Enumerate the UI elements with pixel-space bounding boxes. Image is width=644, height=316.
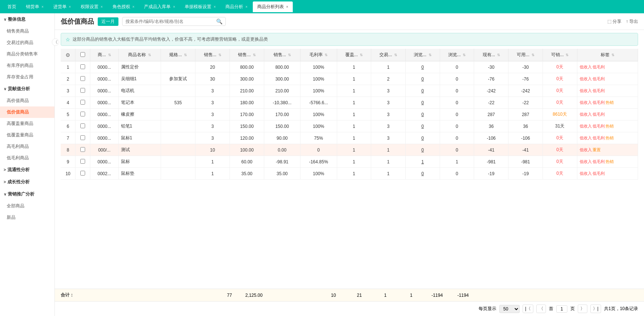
row-checkbox[interactable] — [80, 135, 85, 140]
sidebar-item-new-products[interactable]: 新品 — [0, 212, 54, 223]
sidebar-collapse-button[interactable]: 《 — [52, 38, 59, 46]
col-trade[interactable]: 交易... ⇅ — [371, 49, 406, 61]
view1-link[interactable]: 1 — [421, 159, 424, 164]
row-checkbox[interactable] — [80, 88, 85, 93]
cell-checkbox[interactable] — [76, 109, 90, 120]
col-view1[interactable]: 浏览... ⇅ — [405, 49, 440, 61]
row-checkbox[interactable] — [80, 147, 85, 152]
search-icon[interactable]: 🔍 — [216, 18, 222, 24]
prev-page-button[interactable]: 〈 — [536, 305, 546, 313]
sidebar-section-contribution[interactable]: ∨ 贡献值分析 — [0, 83, 54, 95]
nav-template-settings[interactable]: 单据模板设置 × — [180, 1, 220, 12]
nav-permissions[interactable]: 权限设置 × — [76, 1, 107, 12]
sidebar-item-traded-products[interactable]: 交易过的商品 — [0, 37, 54, 48]
row-checkbox[interactable] — [80, 76, 85, 81]
sidebar-section-growth[interactable]: > 成长性分析 — [0, 176, 54, 188]
col-tags[interactable]: 标签 ⇅ — [577, 49, 638, 61]
close-icon[interactable]: × — [286, 5, 288, 9]
cell-checkbox[interactable] — [76, 156, 90, 168]
nav-purchase-order[interactable]: 进货单 × — [49, 1, 76, 12]
search-input[interactable] — [125, 19, 216, 24]
close-icon[interactable]: × — [41, 5, 44, 9]
col-sale-amount[interactable]: 销售... ⇅ — [230, 49, 264, 61]
sidebar-item-high-value[interactable]: 高价值商品 — [0, 95, 54, 106]
view1-link[interactable]: 0 — [421, 112, 424, 117]
export-button[interactable]: ↑ 导出 — [626, 18, 638, 25]
cell-checkbox[interactable] — [76, 168, 90, 180]
cell-view1[interactable]: 0 — [405, 61, 440, 73]
close-icon[interactable]: × — [173, 5, 175, 9]
view1-link[interactable]: 0 — [421, 65, 424, 70]
cell-checkbox[interactable] — [76, 73, 90, 85]
nav-role-auth[interactable]: 角色授权 × — [108, 1, 139, 12]
row-checkbox[interactable] — [80, 100, 85, 105]
col-sale-price[interactable]: 销售... ⇅ — [264, 49, 300, 61]
sidebar-item-stocked-products[interactable]: 有库序的商品 — [0, 60, 54, 71]
per-page-select[interactable]: 50 100 200 — [499, 305, 520, 313]
col-code[interactable]: 商... ⇅ — [90, 49, 118, 61]
cell-view1[interactable]: 0 — [405, 109, 440, 120]
cell-view1[interactable]: 0 — [405, 168, 440, 180]
cell-checkbox[interactable] — [76, 144, 90, 156]
view1-link[interactable]: 0 — [421, 100, 424, 105]
col-available[interactable]: 可用... ⇅ — [509, 49, 543, 61]
nav-sales-order[interactable]: 销货单 × — [21, 1, 48, 12]
cell-view1[interactable]: 0 — [405, 85, 440, 97]
sidebar-item-stock-capital[interactable]: 库存资金占用 — [0, 71, 54, 83]
nav-home[interactable]: 首页 — [3, 1, 21, 12]
sidebar-item-low-value[interactable]: 低价值商品 — [0, 106, 54, 118]
next-page-button[interactable]: 〉 — [578, 305, 587, 313]
close-icon[interactable]: × — [245, 5, 248, 9]
sidebar-item-high-margin[interactable]: 高毛利商品 — [0, 141, 54, 152]
cell-view1[interactable]: 1 — [405, 156, 440, 168]
sidebar-item-low-coverage[interactable]: 低覆盖量商品 — [0, 129, 54, 141]
sidebar-section-marketing[interactable]: ∨ 营销推广分析 — [0, 188, 54, 200]
select-all-checkbox[interactable] — [80, 52, 85, 57]
cell-checkbox[interactable] — [76, 120, 90, 132]
col-sellable[interactable]: 可销... ⇅ — [543, 49, 577, 61]
cell-view1[interactable]: 0 — [405, 97, 440, 109]
cell-view1[interactable]: 0 — [405, 73, 440, 85]
period-button[interactable]: 近一月 — [98, 17, 118, 26]
last-page-button[interactable]: 〉| — [590, 305, 601, 313]
cell-checkbox[interactable] — [76, 97, 90, 109]
row-checkbox[interactable] — [80, 112, 85, 116]
close-icon[interactable]: × — [133, 5, 135, 9]
view1-link[interactable]: 0 — [421, 77, 424, 82]
nav-product-analysis[interactable]: 商品分析 × — [221, 1, 252, 12]
nav-product-analysis-list[interactable]: 商品分析列表 × — [253, 1, 293, 12]
view1-link[interactable]: 0 — [421, 136, 424, 141]
col-gross-margin[interactable]: 毛利率 ⇅ — [300, 49, 337, 61]
first-page-button[interactable]: |〈 — [523, 305, 533, 313]
row-checkbox[interactable] — [80, 123, 85, 128]
sidebar-item-sales-products[interactable]: 销售类商品 — [0, 26, 54, 37]
sidebar-section-overall[interactable]: ∨ 整体信息 — [0, 13, 54, 26]
col-spec[interactable]: 规格... ⇅ — [161, 49, 195, 61]
settings-icon[interactable]: ⚙ — [66, 52, 70, 58]
cell-view1[interactable]: 0 — [405, 132, 440, 144]
cell-view1[interactable]: 0 — [405, 120, 440, 132]
cell-checkbox[interactable] — [76, 61, 90, 73]
col-coverage[interactable]: 覆盖... ⇅ — [337, 49, 371, 61]
sidebar-item-all-products[interactable]: 全部商品 — [0, 200, 54, 212]
cell-checkbox[interactable] — [76, 132, 90, 144]
share-button[interactable]: ⬚ 分享 — [607, 18, 621, 25]
col-settings[interactable]: ⚙ — [61, 49, 76, 61]
page-number-input[interactable] — [556, 305, 567, 313]
row-checkbox[interactable] — [80, 171, 85, 176]
close-icon[interactable]: × — [214, 5, 216, 9]
view1-link[interactable]: 0 — [421, 147, 424, 153]
close-icon[interactable]: × — [101, 5, 103, 9]
sidebar-item-category-sales[interactable]: 商品分类销售率 — [0, 48, 54, 60]
col-current-stock[interactable]: 现有... ⇅ — [474, 49, 509, 61]
view1-link[interactable]: 0 — [421, 88, 424, 94]
col-sale-qty[interactable]: 销售... ⇅ — [195, 49, 230, 61]
cell-view1[interactable]: 0 — [405, 144, 440, 156]
sidebar-section-circulation[interactable]: > 流通性分析 — [0, 164, 54, 176]
view1-link[interactable]: 0 — [421, 171, 424, 176]
sidebar-item-low-margin[interactable]: 低毛利商品 — [0, 152, 54, 164]
col-name[interactable]: 商品名称 ⇅ — [118, 49, 161, 61]
nav-product-inbound[interactable]: 产成品入库单 × — [140, 1, 180, 12]
row-checkbox[interactable] — [80, 159, 85, 164]
sidebar-item-high-coverage[interactable]: 高覆盖量商品 — [0, 118, 54, 129]
